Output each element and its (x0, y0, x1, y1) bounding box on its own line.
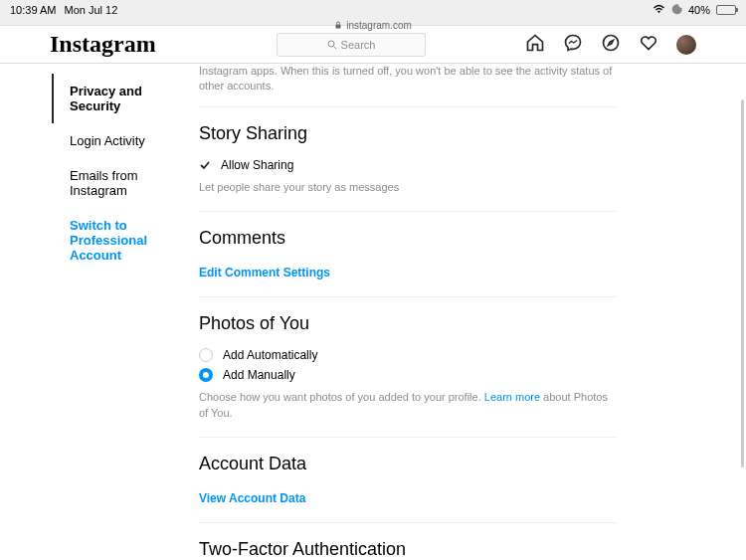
scrollbar[interactable] (741, 99, 744, 467)
svg-rect-0 (336, 25, 341, 29)
sidebar: Privacy and Security Login Activity Emai… (0, 64, 199, 560)
sidebar-item-emails[interactable]: Emails from Instagram (52, 158, 199, 208)
section-story-sharing: Story Sharing Allow Sharing Let people s… (199, 107, 617, 212)
section-account-data: Account Data View Account Data (199, 438, 617, 523)
section-title: Story Sharing (199, 123, 617, 144)
sidebar-item-label: Privacy and Security (70, 84, 142, 113)
radio-icon (199, 348, 213, 362)
instagram-logo[interactable]: Instagram (50, 31, 156, 58)
allow-sharing-checkbox[interactable]: Allow Sharing (199, 158, 617, 172)
radio-add-manually[interactable]: Add Manually (199, 368, 617, 382)
learn-more-link[interactable]: Learn more (484, 391, 540, 403)
svg-line-2 (333, 46, 336, 49)
url-text: instagram.com (346, 20, 412, 31)
wifi-icon (653, 4, 665, 16)
radio-add-automatically[interactable]: Add Automatically (199, 348, 617, 362)
section-desc: Choose how you want photos of you added … (199, 390, 617, 421)
radio-label: Add Manually (223, 368, 295, 382)
avatar[interactable] (676, 35, 696, 55)
sidebar-item-label: Emails from Instagram (70, 168, 138, 198)
sidebar-item-privacy[interactable]: Privacy and Security (52, 74, 199, 123)
radio-label: Add Automatically (223, 348, 317, 362)
status-time: 10:39 AM (10, 4, 56, 16)
svg-point-3 (604, 35, 619, 50)
settings-content[interactable]: Instagram apps. When this is turned off,… (199, 64, 656, 560)
activity-status-desc: Instagram apps. When this is turned off,… (199, 64, 617, 107)
checkbox-label: Allow Sharing (221, 158, 293, 172)
do-not-disturb-icon (671, 4, 682, 17)
sidebar-item-login-activity[interactable]: Login Activity (52, 123, 199, 158)
battery-percent: 40% (688, 4, 710, 16)
section-title: Account Data (199, 454, 617, 474)
section-title: Comments (199, 228, 617, 249)
status-date: Mon Jul 12 (64, 4, 117, 16)
section-title: Two-Factor Authentication (199, 539, 617, 560)
sidebar-item-professional[interactable]: Switch to Professional Account (52, 208, 199, 273)
search-input[interactable]: Search (277, 33, 426, 57)
check-icon (199, 159, 211, 171)
section-comments: Comments Edit Comment Settings (199, 212, 617, 297)
search-placeholder: Search (341, 39, 376, 51)
edit-comment-settings-link[interactable]: Edit Comment Settings (199, 266, 330, 280)
section-desc: Let people share your story as messages (199, 180, 617, 195)
section-title: Photos of You (199, 313, 617, 334)
section-photos-of-you: Photos of You Add Automatically Add Manu… (199, 297, 617, 438)
messenger-icon[interactable] (563, 33, 583, 57)
sidebar-item-label: Switch to Professional Account (70, 218, 147, 263)
radio-icon (199, 368, 213, 382)
view-account-data-link[interactable]: View Account Data (199, 491, 305, 505)
explore-icon[interactable] (601, 33, 621, 57)
section-two-factor: Two-Factor Authentication Edit Two-Facto… (199, 523, 617, 560)
top-nav: Instagram Search (0, 26, 746, 64)
home-icon[interactable] (525, 33, 545, 57)
sidebar-item-label: Login Activity (70, 133, 145, 148)
activity-icon[interactable] (639, 33, 658, 57)
status-bar: 10:39 AM Mon Jul 12 40% (0, 0, 746, 20)
battery-icon (716, 5, 736, 15)
lock-icon (334, 20, 342, 31)
svg-point-1 (328, 41, 334, 47)
search-icon (327, 40, 337, 50)
